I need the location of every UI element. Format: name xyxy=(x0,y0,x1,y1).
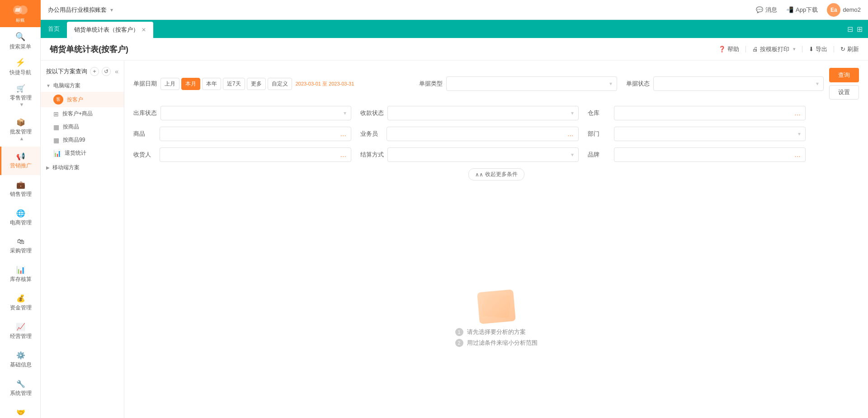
scheme-group-mobile-header[interactable]: ▶ 移动端方案 xyxy=(41,162,124,174)
scheme-add-btn[interactable]: + xyxy=(90,67,99,76)
paystatus-label: 收款状态 xyxy=(360,109,384,117)
date-more-btn[interactable]: 更多 xyxy=(247,78,266,90)
filter-panel: 单据日期 上月 本月 本年 近7天 更多 自定义 2023-03-01 至 20… xyxy=(124,61,868,233)
sidebar-item-basic[interactable]: ⚙️ 基础信息 xyxy=(0,346,40,374)
doctype-input[interactable]: ▾ xyxy=(446,76,617,91)
export-btn[interactable]: ⬇ 导出 xyxy=(809,45,827,53)
brand-dots-icon[interactable]: … xyxy=(794,151,801,158)
scheme-item-by-customer-product[interactable]: ⊞ 按客户+商品 xyxy=(41,107,124,120)
product-dots-icon[interactable]: … xyxy=(340,130,346,138)
content-split: 按以下方案查询 + ↺ « ▼ 电脑端方案 客 xyxy=(41,61,868,418)
empty-tip-2-text: 用过滤条件来缩小分析范围 xyxy=(467,339,538,347)
scheme-product-label: 按商品 xyxy=(63,123,79,131)
sidebar-item-system[interactable]: 🔧 系统管理 xyxy=(0,374,40,403)
sidebar-item-inventory[interactable]: 📊 库存核算 xyxy=(0,260,40,289)
date-this-month-btn[interactable]: 本月 xyxy=(181,78,200,90)
scheme-header: 按以下方案查询 + ↺ « xyxy=(41,65,124,80)
tab-bar: 首页 销货单统计表（按客户） ✕ ⊟ ⊞ xyxy=(41,20,868,38)
query-btn[interactable]: 查询 xyxy=(829,68,859,82)
scheme-customer-product-label: 按客户+商品 xyxy=(62,110,93,118)
sidebar-item-marketing[interactable]: 📢 营销推广 xyxy=(0,147,40,175)
user-profile-btn[interactable]: Ea demo2 xyxy=(827,3,861,17)
top-header: 办公用品行业模拟账套 ▾ 💬 消息 📲 App下载 Ea demo2 xyxy=(41,0,868,20)
wholesale-icon: 📦 xyxy=(16,118,25,127)
recipient-dots-icon[interactable]: … xyxy=(340,151,346,158)
collapse-conditions-btn[interactable]: ∧∧ 收起更多条件 xyxy=(468,168,524,180)
sidebar-item-operations[interactable]: 📈 经营管理 xyxy=(0,317,40,346)
finance-icon: 💰 xyxy=(16,294,25,303)
scheme-product99-label: 按商品99 xyxy=(63,136,85,144)
sidebar-item-wholesale[interactable]: 📦 批发管理 ▲ xyxy=(0,113,40,147)
header-right: 💬 消息 📲 App下载 Ea demo2 xyxy=(756,3,861,17)
sidebar-logo: 标账 xyxy=(0,0,41,27)
page-title-bar: 销货单统计表(按客户) ❓ 帮助 🖨 按模板打印 ▾ ⬇ 导出 xyxy=(41,38,868,61)
platform-title: 办公用品行业模拟账套 xyxy=(48,6,107,14)
tab-sales-stats[interactable]: 销货单统计表（按客户） ✕ xyxy=(67,22,153,38)
sidebar-menu: 🔍 搜索菜单 ⚡ 快捷导航 🛒 零售管理 ▼ 📦 批发管理 ▲ 📢 营销推广 💼… xyxy=(0,27,40,418)
marketing-icon: 📢 xyxy=(16,152,25,161)
window-minimize-icon[interactable]: ⊟ xyxy=(847,25,853,33)
sidebar-item-finance[interactable]: 💰 资金管理 xyxy=(0,289,40,317)
recipient-input[interactable]: … xyxy=(160,147,351,162)
sidebar-item-purchase[interactable]: 🛍 采购管理 xyxy=(0,232,40,260)
docstatus-input[interactable]: ▾ xyxy=(653,76,824,91)
empty-illustration xyxy=(469,277,524,323)
window-maximize-icon[interactable]: ⊞ xyxy=(857,25,863,33)
scheme-return-label: 退货统计 xyxy=(65,149,86,157)
refresh-btn[interactable]: ↻ 刷新 xyxy=(840,45,859,53)
date-this-year-btn[interactable]: 本年 xyxy=(202,78,221,90)
payment-input[interactable]: ▾ xyxy=(387,147,578,162)
scheme-group-pc-header[interactable]: ▼ 电脑端方案 xyxy=(41,80,124,92)
warehouse-dots-icon[interactable]: … xyxy=(794,109,801,117)
dept-input[interactable]: ▾ xyxy=(614,127,806,141)
sidebar-retail-label: 零售管理 xyxy=(10,94,32,102)
date-custom-btn[interactable]: 自定义 xyxy=(268,78,292,90)
outstatus-input[interactable]: ▾ xyxy=(160,106,351,120)
date-last7-btn[interactable]: 近7天 xyxy=(223,78,245,90)
tab-close-icon[interactable]: ✕ xyxy=(142,27,146,33)
message-btn[interactable]: 💬 消息 xyxy=(756,6,777,14)
scheme-refresh-btn[interactable]: ↺ xyxy=(102,67,111,76)
scheme-item-by-product99[interactable]: ▦ 按商品99 xyxy=(41,133,124,147)
scheme-add-icon: + xyxy=(93,68,96,75)
warehouse-input[interactable]: … xyxy=(614,106,806,120)
scheme-item-by-customer[interactable]: 客 按客户 xyxy=(41,92,124,107)
sidebar-item-ecommerce[interactable]: 🌐 电商管理 xyxy=(0,204,40,232)
tab-home[interactable]: 首页 xyxy=(41,20,67,38)
action-divider-2 xyxy=(802,46,802,52)
brand-input[interactable]: … xyxy=(614,147,806,162)
page-actions: ❓ 帮助 🖨 按模板打印 ▾ ⬇ 导出 ↻ 刷新 xyxy=(718,45,859,53)
paystatus-input[interactable]: ▾ xyxy=(387,106,578,120)
app-download-btn[interactable]: 📲 App下载 xyxy=(786,6,818,14)
date-last-month-btn[interactable]: 上月 xyxy=(160,78,179,90)
scheme-item-return-stats[interactable]: 📊 退货统计 xyxy=(41,147,124,160)
sidebar-item-retail[interactable]: 🛒 零售管理 ▼ xyxy=(0,79,40,113)
empty-tip-1-text: 请先选择要分析的方案 xyxy=(467,328,526,336)
scheme-refresh-icon: ↺ xyxy=(104,68,108,75)
sidebar-item-enterprise[interactable]: 🤝 企业协同 xyxy=(0,403,40,418)
salesman-input[interactable]: … xyxy=(387,127,578,141)
filter-cell-paystatus: 收款状态 ▾ xyxy=(360,106,578,120)
brand-label: 品牌 xyxy=(588,151,610,159)
ecommerce-icon: 🌐 xyxy=(16,209,25,218)
sidebar-quick[interactable]: ⚡ 快捷导航 xyxy=(0,53,40,79)
filter-cell-date: 单据日期 上月 本月 本年 近7天 更多 自定义 2023-03-01 至 20… xyxy=(133,78,410,90)
date-range-text: 2023-03-01 至 2023-03-31 xyxy=(296,81,354,87)
tab-window-controls: ⊟ ⊞ xyxy=(847,25,868,33)
inventory-icon: 📊 xyxy=(16,266,25,274)
print-btn[interactable]: 🖨 按模板打印 ▾ xyxy=(752,45,796,53)
user-name: demo2 xyxy=(843,6,861,13)
scheme-group-mobile-label: 移动端方案 xyxy=(52,164,80,171)
scheme-item-by-product[interactable]: ▦ 按商品 xyxy=(41,120,124,133)
product-input[interactable]: … xyxy=(160,127,351,141)
scheme-collapse-btn[interactable]: « xyxy=(115,68,118,75)
salesman-dots-icon[interactable]: … xyxy=(567,130,574,138)
sidebar-system-label: 系统管理 xyxy=(10,390,32,397)
docstatus-dropdown-icon: ▾ xyxy=(816,81,819,87)
help-btn[interactable]: ❓ 帮助 xyxy=(718,45,739,53)
settings-btn[interactable]: 设置 xyxy=(829,85,859,100)
sidebar-item-sales[interactable]: 💼 销售管理 xyxy=(0,175,40,204)
platform-dropdown-icon[interactable]: ▾ xyxy=(110,7,113,13)
export-label: 导出 xyxy=(816,45,827,53)
sidebar-search[interactable]: 🔍 搜索菜单 xyxy=(0,27,40,53)
